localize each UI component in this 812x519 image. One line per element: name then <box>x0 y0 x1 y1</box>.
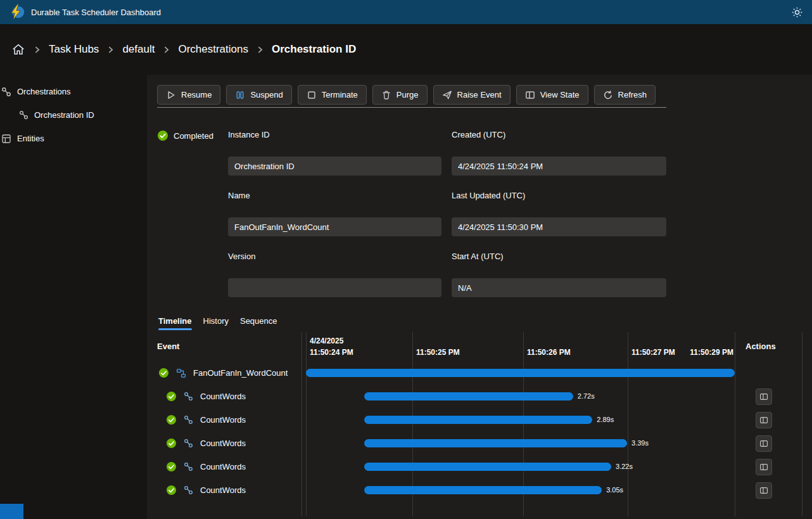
send-icon <box>442 90 452 100</box>
timeline-table: Event 4/24/2025 11:50:24 PM 11:50:25 PM … <box>157 332 802 516</box>
breadcrumb-task-hubs[interactable]: Task Hubs <box>49 43 99 56</box>
home-icon[interactable] <box>11 42 25 56</box>
duration-bar[interactable] <box>306 369 735 377</box>
split-panel-icon <box>759 416 768 425</box>
refresh-icon <box>603 90 613 100</box>
row-view-state-button[interactable] <box>756 388 772 405</box>
app-title: Durable Task Scheduler Dashboard <box>31 8 161 17</box>
axis-tick-label: 11:50:24 PM <box>310 348 353 357</box>
check-circle-icon <box>166 414 177 425</box>
bottom-left-badge <box>0 504 23 519</box>
row-view-state-button[interactable] <box>756 459 772 475</box>
event-name: FanOutFanIn_WordCount <box>193 368 288 378</box>
tab-sequence[interactable]: Sequence <box>239 316 279 330</box>
duration-label: 2.89s <box>592 416 614 424</box>
version-field[interactable] <box>228 278 441 297</box>
breadcrumb: Task Hubs default Orchestrations Orchest… <box>0 24 812 75</box>
sidebar: Orchestrations Orchestration ID Entities <box>0 75 147 519</box>
play-icon <box>166 90 176 100</box>
orchestration-icon <box>176 368 186 378</box>
entity-grid-icon <box>1 134 11 144</box>
instance-id-field[interactable] <box>228 157 441 176</box>
refresh-button[interactable]: Refresh <box>594 85 656 105</box>
event-name: CountWords <box>200 462 246 471</box>
gantt-cell: 3.22s <box>306 455 735 478</box>
duration-bar[interactable] <box>364 463 611 471</box>
form-spacer <box>157 252 228 297</box>
activity-link-icon <box>184 415 193 425</box>
event-name: CountWords <box>200 439 246 448</box>
duration-bar[interactable] <box>364 416 592 424</box>
sidebar-item-label: Orchestration ID <box>34 110 94 120</box>
flow-link-icon <box>19 110 29 120</box>
app-topbar: Durable Task Scheduler Dashboard <box>0 0 812 24</box>
row-view-state-button[interactable] <box>756 412 772 428</box>
actions-column-header: Actions <box>745 332 776 361</box>
activity-link-icon <box>184 485 193 495</box>
breadcrumb-orchestrations[interactable]: Orchestrations <box>178 43 248 56</box>
trash-icon <box>381 90 391 100</box>
event-name: CountWords <box>200 485 246 495</box>
raise-event-button[interactable]: Raise Event <box>433 85 511 105</box>
duration-bar[interactable] <box>364 392 573 400</box>
duration-bar[interactable] <box>364 439 627 447</box>
split-panel-icon <box>759 392 768 401</box>
duration-label: 3.22s <box>611 463 633 471</box>
chevron-right-icon <box>162 46 170 54</box>
chevron-right-icon <box>33 46 41 54</box>
toolbar-divider <box>157 107 666 108</box>
timeline-row: FanOutFanIn_WordCount <box>157 361 802 385</box>
app-logo-bolt-icon <box>8 3 25 21</box>
duration-label: 3.39s <box>627 439 649 447</box>
suspend-button[interactable]: Suspend <box>226 85 291 105</box>
sidebar-item-entities[interactable]: Entities <box>0 127 147 150</box>
button-label: Refresh <box>618 90 647 99</box>
timeline-row: CountWords 3.05s <box>157 478 802 502</box>
row-view-state-button[interactable] <box>756 435 772 452</box>
gantt-cell <box>306 361 735 385</box>
check-circle-icon <box>158 368 169 378</box>
created-utc-field[interactable] <box>452 157 666 176</box>
split-panel-icon <box>759 463 768 471</box>
gantt-cell: 2.89s <box>306 408 735 432</box>
breadcrumb-default[interactable]: default <box>122 43 155 56</box>
check-circle-icon <box>166 438 177 449</box>
check-circle-icon <box>166 485 177 496</box>
event-name: CountWords <box>200 392 246 401</box>
check-circle-icon <box>166 461 177 472</box>
timeline-row: CountWords 3.39s <box>157 432 802 455</box>
field-label-created: Created (UTC) <box>452 130 666 140</box>
activity-link-icon <box>184 439 193 448</box>
split-panel-icon <box>525 90 535 100</box>
purge-button[interactable]: Purge <box>372 85 428 105</box>
activity-link-icon <box>184 392 193 401</box>
event-column-header: Event <box>157 332 179 361</box>
tab-timeline[interactable]: Timeline <box>157 316 193 330</box>
actions-cell <box>735 412 802 428</box>
gantt-cell: 3.05s <box>306 478 735 502</box>
row-view-state-button[interactable] <box>756 482 772 499</box>
event-cell: CountWords <box>157 414 306 425</box>
pause-icon <box>235 90 245 100</box>
event-cell: CountWords <box>157 391 306 402</box>
resume-button[interactable]: Resume <box>157 85 220 105</box>
status-badge: Completed <box>157 130 228 141</box>
timeline-body: FanOutFanIn_WordCount CountWords 2.72s <box>157 361 802 502</box>
view-state-button[interactable]: View State <box>516 85 588 105</box>
event-cell: CountWords <box>157 438 306 449</box>
tab-history[interactable]: History <box>202 316 230 330</box>
sidebar-item-orchestration-id[interactable]: Orchestration ID <box>0 103 147 127</box>
duration-label: 2.72s <box>573 392 595 400</box>
settings-gear-icon[interactable] <box>790 5 804 20</box>
field-label-name: Name <box>228 191 441 201</box>
timeline-header: Event 4/24/2025 11:50:24 PM 11:50:25 PM … <box>157 332 802 361</box>
start-at-utc-field[interactable] <box>452 278 666 297</box>
last-updated-utc-field[interactable] <box>452 217 666 236</box>
name-field[interactable] <box>228 217 441 236</box>
terminate-button[interactable]: Terminate <box>298 85 367 105</box>
activity-link-icon <box>184 462 193 471</box>
timeline-row: CountWords 2.72s <box>157 385 802 408</box>
sidebar-item-orchestrations[interactable]: Orchestrations <box>0 80 147 103</box>
form-spacer <box>157 191 228 236</box>
duration-bar[interactable] <box>364 486 602 494</box>
